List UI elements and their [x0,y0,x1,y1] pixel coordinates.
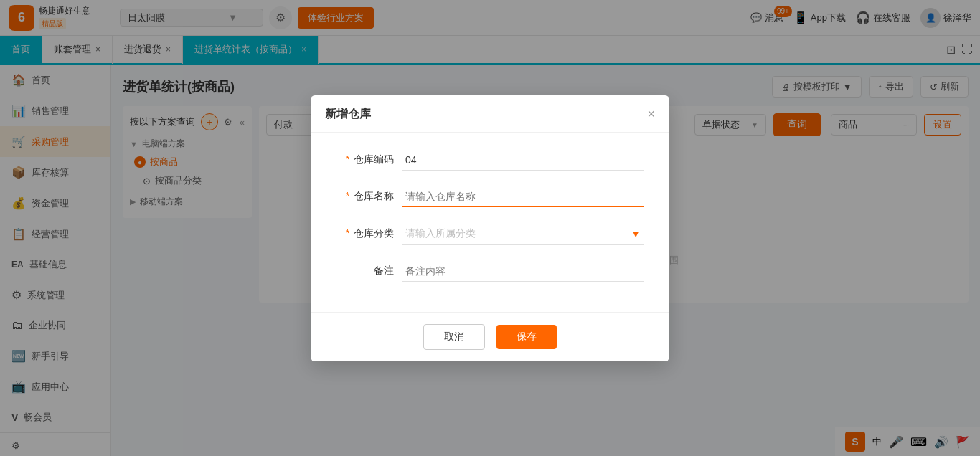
modal-footer: 取消 保存 [311,312,669,361]
code-input[interactable] [402,150,644,171]
note-label: 备注 [336,265,394,277]
modal-close-button[interactable]: × [647,107,655,122]
category-label: * 仓库分类 [336,227,394,240]
code-label: * 仓库编码 [336,153,394,166]
modal-overlay: 新增仓库 × * 仓库编码 * 仓库名称 [0,0,980,456]
modal-header: 新增仓库 × [311,95,669,133]
name-required: * [346,190,349,201]
code-required: * [346,153,349,165]
name-input[interactable] [402,186,644,207]
modal-body: * 仓库编码 * 仓库名称 * 仓库分类 请输入 [311,133,669,312]
save-button[interactable]: 保存 [496,325,557,349]
category-required: * [346,227,349,239]
cancel-button[interactable]: 取消 [423,324,485,350]
form-row-code: * 仓库编码 [336,150,644,171]
note-textarea[interactable] [402,261,644,282]
form-row-name: * 仓库名称 [336,186,644,207]
category-select[interactable]: 请输入所属分类 ▼ [402,223,644,245]
modal-title: 新增仓库 [325,107,371,122]
name-label: * 仓库名称 [336,190,394,203]
form-row-note: 备注 [336,261,644,282]
category-arrow: ▼ [631,228,641,239]
category-placeholder: 请输入所属分类 [405,227,476,240]
form-row-category: * 仓库分类 请输入所属分类 ▼ [336,223,644,245]
modal-add-warehouse: 新增仓库 × * 仓库编码 * 仓库名称 [311,95,669,361]
